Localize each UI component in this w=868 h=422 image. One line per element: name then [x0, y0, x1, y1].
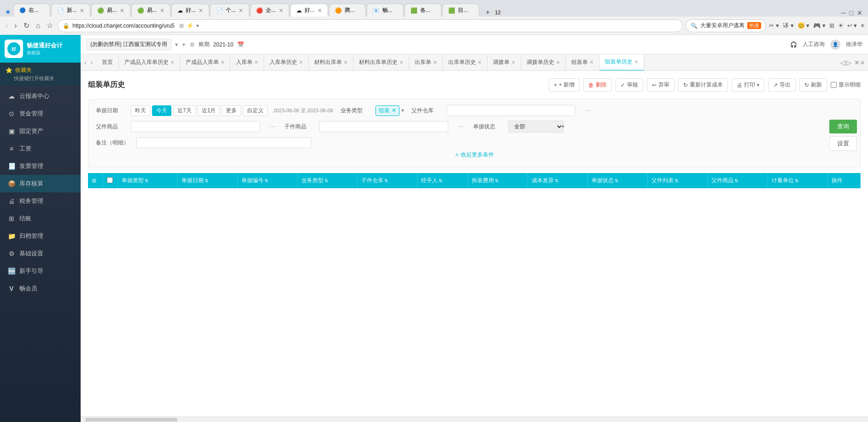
page-tab-assemble[interactable]: 组装单 ✕	[566, 54, 599, 71]
address-bar[interactable]: 🔒 https://cloud.chanjet.com/accounting/u…	[58, 19, 683, 32]
print-btn[interactable]: 🖨 打印 ▾	[732, 78, 764, 92]
tab-close-5[interactable]: ✕	[199, 7, 203, 14]
browser-tab-4[interactable]: 🟢 易... ✕	[131, 4, 170, 17]
date-btn-7days[interactable]: 近7天	[173, 105, 196, 116]
print-dropdown-icon[interactable]: ▾	[757, 82, 759, 87]
tab-arrow-left[interactable]: ‹	[82, 58, 88, 67]
sidebar-item-guide[interactable]: 🆕 新手引导	[0, 262, 81, 280]
browser-tab-7[interactable]: 🔴 企... ✕	[250, 4, 289, 17]
tab-close-stock-in-hist[interactable]: ✕	[299, 60, 303, 65]
page-tab-mat-out[interactable]: 材料出库单 ✕	[309, 54, 353, 71]
tab-close-transfer-hist[interactable]: ✕	[556, 60, 560, 65]
tab-close-transfer[interactable]: ✕	[511, 60, 515, 65]
abandon-btn[interactable]: ↩ 弃审	[647, 78, 674, 92]
tab-panel-right-btn[interactable]: ▷	[846, 59, 851, 66]
parent-wh-ellipsis[interactable]: ···	[583, 106, 592, 115]
tab-close-stock-in[interactable]: ✕	[254, 60, 258, 65]
browser-tab-12[interactable]: 🟩 目...	[442, 4, 479, 17]
qr-icon[interactable]: ⊞	[179, 23, 184, 29]
page-tab-stock-in[interactable]: 入库单 ✕	[230, 54, 264, 71]
browser-tab-3[interactable]: 🟢 易... ✕	[91, 4, 130, 17]
scroll-bar-area[interactable]	[81, 416, 868, 422]
settings-btn[interactable]: 设置	[829, 136, 857, 151]
tab-close-2[interactable]: ✕	[80, 7, 84, 14]
browser-tab-5[interactable]: ☁ 好... ✕	[171, 4, 209, 17]
page-tab-out[interactable]: 出库单 ✕	[409, 54, 443, 71]
parent-goods-input[interactable]	[131, 121, 260, 132]
add-btn[interactable]: + + 新增	[549, 78, 580, 92]
th-parent-goods[interactable]: 父件商品⇅	[708, 173, 768, 188]
page-tab-prod-in[interactable]: 产成品入库单 ✕	[180, 54, 230, 71]
th-handler[interactable]: 经手人⇅	[417, 173, 468, 188]
page-tab-transfer-hist[interactable]: 调拨单历史 ✕	[521, 54, 566, 71]
page-tab-assemble-hist[interactable]: 组装单历史 ✕	[599, 54, 644, 71]
date-btn-today[interactable]: 今天	[152, 105, 171, 116]
th-parent-list[interactable]: 父件列表⇅	[648, 173, 708, 188]
tab-close-prod-in-hist[interactable]: ✕	[170, 60, 174, 65]
tab-close-mat-out[interactable]: ✕	[344, 60, 347, 65]
tab-close-4[interactable]: ✕	[160, 7, 164, 14]
sidebar-item-inventory[interactable]: 📦 库存核算	[0, 175, 81, 192]
audit-btn[interactable]: ✓ 审核	[616, 78, 643, 92]
company-name[interactable]: (勿删勿禁用) 江西服宝测试专用	[86, 39, 171, 50]
sidebar-item-salary[interactable]: ≡ 工资	[0, 140, 81, 157]
service-label[interactable]: 人工咨询	[803, 40, 825, 48]
tab-more-btn[interactable]: ≡	[861, 59, 864, 66]
date-btn-1month[interactable]: 近1月	[198, 105, 220, 116]
translate-btn[interactable]: 译 ▾	[783, 22, 794, 30]
sidebar-item-invoice[interactable]: 🧾 发票管理	[0, 157, 81, 175]
browser-tab-11[interactable]: 🟩 各...	[405, 4, 441, 17]
page-tab-home[interactable]: 首页	[96, 54, 119, 71]
th-bill-status[interactable]: 单据状态⇅	[588, 173, 648, 188]
parent-goods-ellipsis[interactable]: ···	[267, 122, 277, 131]
tab-close-7[interactable]: ✕	[279, 7, 283, 14]
th-cost-diff[interactable]: 成本差异⇅	[528, 173, 587, 188]
scroll-thumb[interactable]	[85, 418, 177, 422]
recalc-btn[interactable]: ↻ 重新计算成本	[678, 78, 728, 92]
dropdown-icon[interactable]: ▾	[196, 23, 199, 29]
tab-close-assemble-hist[interactable]: ✕	[634, 59, 638, 64]
tab-close-out-hist[interactable]: ✕	[478, 60, 481, 65]
page-tab-transfer[interactable]: 调拨单 ✕	[487, 54, 521, 71]
forward-btn[interactable]: ›	[12, 20, 18, 32]
column-settings-icon[interactable]: ⚙	[92, 178, 97, 184]
th-checkbox[interactable]	[103, 173, 117, 188]
collapse-bar[interactable]: ∧ 收起更多条件	[96, 148, 853, 162]
delete-btn[interactable]: 🗑 删除	[583, 78, 612, 92]
maximize-btn[interactable]: □	[850, 9, 853, 17]
page-tab-out-hist[interactable]: 出库单历史 ✕	[443, 54, 487, 71]
th-biz-type[interactable]: 业务类型⇅	[298, 173, 358, 188]
tab-close-6[interactable]: ✕	[239, 7, 243, 14]
sidebar-item-fund[interactable]: ⊙ 资金管理	[0, 105, 81, 122]
show-detail-toggle[interactable]: 显示明细	[831, 81, 861, 89]
page-tab-prod-in-hist[interactable]: 产成品入库单历史 ✕	[119, 54, 180, 71]
sidebar-item-settlement[interactable]: ⊞ 结账	[0, 210, 81, 227]
th-child-wh[interactable]: 子件仓库⇅	[358, 173, 417, 188]
th-unit[interactable]: 计量单位⇅	[768, 173, 827, 188]
th-disassemble-cost[interactable]: 拆装费用⇅	[468, 173, 528, 188]
bill-status-select[interactable]: 全部	[508, 121, 563, 133]
browser-tab-8[interactable]: ☁ 好... ✕	[290, 4, 328, 17]
date-btn-custom[interactable]: 自定义	[243, 105, 268, 116]
browser-tab-6[interactable]: 📄 个... ✕	[210, 4, 249, 17]
sidebar-item-member[interactable]: V 畅会员	[0, 280, 81, 297]
note-input[interactable]	[136, 137, 311, 148]
game-btn[interactable]: 🎮 ▾	[813, 22, 826, 29]
back-btn[interactable]: ‹	[4, 20, 10, 32]
bookmark-btn[interactable]: ☆	[45, 19, 55, 32]
th-bill-date[interactable]: 单据日期⇅	[177, 173, 237, 188]
bill-status-dropdown[interactable]: ▾	[562, 123, 564, 130]
tab-close-3[interactable]: ✕	[120, 7, 124, 14]
browser-tab-9[interactable]: 🟠 腾...	[329, 4, 366, 17]
th-settings[interactable]: ⚙	[88, 173, 103, 188]
dropdown-arrow[interactable]: ▾	[175, 41, 178, 48]
home-btn[interactable]: ⌂	[34, 20, 42, 32]
sidebar-item-cloud-report[interactable]: ☁ 云报表中心	[0, 87, 81, 105]
close-window-btn[interactable]: ✕	[857, 9, 862, 17]
new-tab-btn[interactable]: +	[486, 8, 490, 17]
emoji-btn[interactable]: 😊 ▾	[798, 22, 810, 29]
sidebar-item-tax[interactable]: 🖨 税务管理	[0, 192, 81, 210]
tab-close-prod-in[interactable]: ✕	[221, 60, 224, 65]
th-bill-no[interactable]: 单据编号⇅	[237, 173, 297, 188]
tab-arrow-right[interactable]: ›	[89, 58, 94, 67]
